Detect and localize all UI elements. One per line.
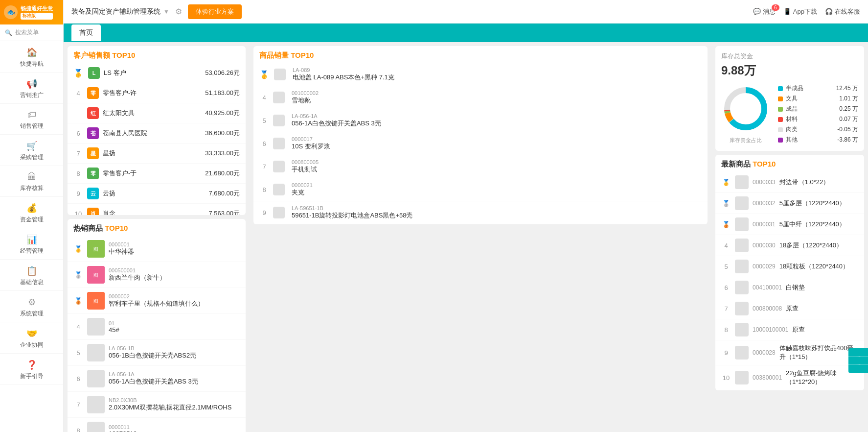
tab-home[interactable]: 首页 — [71, 24, 101, 41]
customer-avatar: 零 — [87, 87, 99, 99]
app-download-button[interactable]: 📱 App下载 — [783, 7, 817, 16]
table-row: 9 云 云扬 7,680.00元 — [68, 184, 246, 204]
customer-service-button[interactable]: 客服热线 — [848, 348, 868, 357]
message-button[interactable]: 💬 消息 6 — [753, 7, 776, 16]
product-img — [735, 371, 749, 384]
product-name: 手机测试 — [292, 165, 702, 174]
product-code: 000500001 — [109, 267, 240, 273]
product-name: 夹克 — [292, 188, 702, 197]
product-image: 图 — [87, 240, 105, 258]
sidebar-item-marketing[interactable]: 📢 营销推广 — [0, 72, 63, 104]
list-item: 8 10000100001 原查 — [715, 319, 864, 340]
list-item: 🥉 图 0000002 智利车子里（规格不知道填什么） — [68, 288, 246, 314]
product-code: 0000032 — [753, 200, 776, 207]
legend-dot — [778, 138, 783, 143]
sidebar-search[interactable]: 🔍 搜索菜单 — [0, 24, 63, 41]
rank-number: 6 — [259, 140, 269, 147]
rank-number: 5 — [73, 349, 83, 357]
newest-products-card: 最新商品 TOP10 🥇 0000033 封边带（1.0*22） 🥈 00000… — [715, 155, 864, 390]
inventory-unit: 万 — [744, 64, 756, 77]
product-code: 0000029 — [753, 263, 776, 270]
rank-number: 8 — [73, 427, 83, 432]
product-code: 0000017 — [292, 136, 702, 142]
legend-name: 文具 — [786, 95, 836, 103]
list-item: 4 0000030 18多层（1220*2440） — [715, 235, 864, 256]
legend-list: 半成品 12.45 万 文具 1.01 万 成品 0.25 万 — [778, 83, 858, 145]
rank-number: 8 — [259, 186, 269, 193]
sidebar-item-operations[interactable]: 📊 经营管理 — [0, 228, 63, 260]
sidebar-item-quick-nav[interactable]: 🏠 快捷导航 — [0, 41, 63, 72]
product-ranking-card: 商品销量 TOP10 🥇 LA-089 电池盖 LA-089 ABS本色+黑种 … — [253, 46, 708, 224]
product-code: 003800001 — [753, 374, 782, 381]
rank-number: 4 — [73, 90, 83, 97]
table-row: 8 0000021 夹克 — [253, 178, 708, 201]
customer-name: 红太阳文具 — [103, 109, 201, 118]
table-row: 10 肖 肖念 7,563.00元 — [68, 204, 246, 215]
product-name: 原查 — [786, 304, 858, 313]
legend-value: 1.01 万 — [839, 95, 858, 103]
inventory-title: 库存总资金 — [721, 52, 858, 61]
sidebar-item-inventory[interactable]: 🏛 库存核算 — [0, 166, 63, 197]
search-label: 搜索菜单 — [15, 28, 39, 37]
sidebar-item-label: 企业协同 — [20, 341, 44, 349]
sales-icon: 🏷 — [27, 110, 36, 120]
sidebar-item-enterprise[interactable]: 🤝 企业协同 — [0, 322, 63, 354]
sidebar-item-label: 系统管理 — [20, 310, 44, 318]
product-name: 新西兰牛肉（新牛） — [109, 273, 240, 282]
product-code: 0000031 — [753, 221, 776, 228]
settings-icon[interactable]: ⚙ — [175, 7, 182, 16]
product-code: 0000011 — [109, 424, 240, 430]
inventory-content: 库存资金占比 半成品 12.45 万 文具 1.01 万 — [721, 83, 858, 145]
sidebar-item-system[interactable]: ⚙ 系统管理 — [0, 291, 63, 322]
quick-nav-icon: 🏠 — [26, 47, 37, 58]
product-code: 01 — [109, 320, 240, 326]
system-name[interactable]: 装备及固定资产辅助管理系统 ▼ — [71, 7, 169, 16]
sidebar-item-finance[interactable]: 💰 资金管理 — [0, 197, 63, 228]
product-img — [735, 281, 749, 294]
product-name: 5厘中纤（1220*2440） — [779, 220, 858, 229]
service-community-button[interactable]: 服务社区 — [848, 357, 868, 365]
rank-number: 4 — [259, 94, 269, 101]
product-name: 封边带（1.0*22） — [779, 178, 858, 187]
product-img — [273, 161, 285, 172]
middle-panel: 商品销量 TOP10 🥇 LA-089 电池盖 LA-089 ABS本色+黑种 … — [250, 42, 711, 432]
product-image-placeholder — [87, 344, 105, 361]
table-row: 🥇 L LS 客户 53,006.26元 — [68, 63, 246, 83]
trial-button[interactable]: 体验行业方案 — [188, 4, 242, 19]
list-item: 🥉 0000031 5厘中纤（1220*2440） — [715, 214, 864, 235]
product-img — [273, 207, 285, 218]
table-row: 4 001000002 雪地靴 — [253, 86, 708, 109]
table-row: 5 LA-056-1A 056-1A白色按键开关盖ABS 3壳 — [253, 109, 708, 132]
legend-item: 其他 -3.86 万 — [778, 135, 858, 145]
list-item: 10 003800001 22g鱼豆腐-烧烤味（1*12*20） — [715, 365, 864, 390]
product-code: 10000100001 — [753, 326, 788, 333]
donut-chart — [721, 84, 770, 133]
product-code: 0000033 — [753, 179, 776, 186]
product-code: 001000002 — [292, 90, 702, 96]
live-stream-button[interactable]: 直播 — [848, 365, 868, 373]
table-row: 7 星 星扬 33,333.00元 — [68, 144, 246, 164]
product-name: 12070519-xs — [109, 430, 240, 432]
legend-item: 材料 0.07 万 — [778, 114, 858, 124]
product-name: 体触嘉枝味苏打饮品400毫升（1*15） — [779, 344, 858, 361]
product-name: 中华神器 — [109, 247, 240, 256]
nav-tabs: 首页 — [64, 24, 868, 42]
message-icon: 💬 — [753, 8, 761, 15]
sidebar-item-purchase[interactable]: 🛒 采购管理 — [0, 135, 63, 166]
sidebar-item-sales[interactable]: 🏷 销售管理 — [0, 104, 63, 135]
product-name: 056-1A白色按键开关盖ABS 3壳 — [292, 119, 702, 128]
rank-number: 6 — [721, 284, 731, 291]
product-ranking-title: 商品销量 TOP10 — [253, 46, 708, 63]
sidebar-item-base-info[interactable]: 📋 基础信息 — [0, 260, 63, 291]
product-name: 原查 — [792, 325, 858, 334]
rank-number: 4 — [721, 242, 731, 249]
sidebar-item-guide[interactable]: ❓ 新手引导 — [0, 354, 63, 385]
list-item: 🥈 图 000500001 新西兰牛肉（新牛） — [68, 262, 246, 288]
left-panel: 客户销售额 TOP10 🥇 L LS 客户 53,006.26元 4 零 零售客… — [64, 42, 250, 432]
product-code: LA-056-1A — [109, 371, 240, 377]
product-image: 图 — [87, 292, 105, 310]
rank-number: 7 — [721, 305, 731, 312]
list-item: 8 0000011 12070519-xs — [68, 418, 246, 432]
online-service-button[interactable]: 🎧 在线客服 — [825, 7, 860, 16]
inventory-icon: 🏛 — [27, 172, 36, 182]
